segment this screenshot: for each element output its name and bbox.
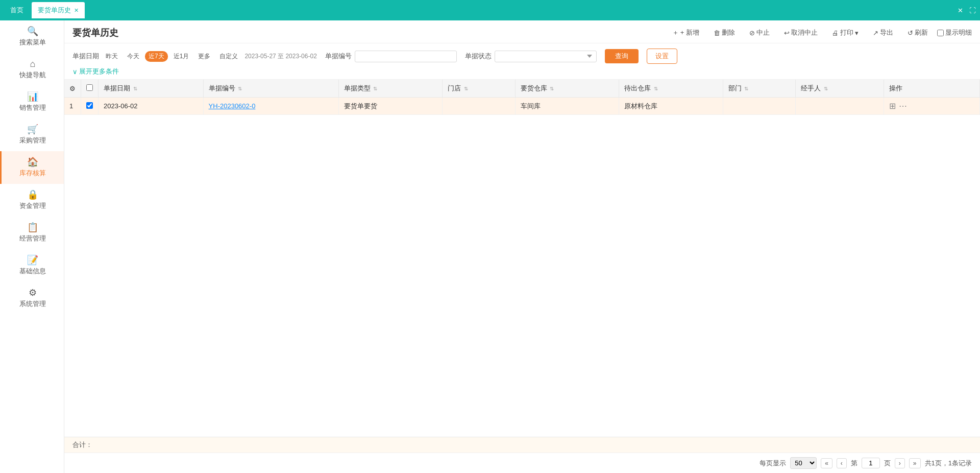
td-store — [443, 98, 515, 115]
table-body: 1 2023-06-02 YH-20230602-0 要货单要货 车间库 原材料… — [64, 98, 980, 115]
tab-home[interactable]: 首页 — [4, 2, 30, 18]
date-filter-label: 单据日期 — [72, 52, 99, 61]
sort-number-icon[interactable]: ⇅ — [238, 86, 242, 91]
export-button[interactable]: ↗ 导出 — [868, 26, 898, 40]
td-type: 要货单要货 — [338, 98, 443, 115]
row-edit-icon[interactable]: ⊞ — [889, 101, 896, 111]
date-option-yesterday[interactable]: 昨天 — [102, 51, 121, 62]
home-icon: ⌂ — [30, 59, 36, 68]
page-last-button[interactable]: » — [909, 458, 921, 468]
sort-store-icon[interactable]: ⇅ — [464, 86, 468, 91]
export-icon: ↗ — [873, 29, 878, 37]
page-title: 要货单历史 — [72, 27, 118, 39]
per-page-select[interactable]: 50 10 20 100 — [790, 457, 817, 469]
tab-bar: 首页 要货单历史 ✕ — [4, 2, 958, 18]
refresh-button[interactable]: ↺ 刷新 — [902, 26, 933, 40]
doc-number-input[interactable] — [355, 51, 457, 62]
status-filter-group: 单据状态 — [465, 51, 597, 62]
delete-icon: 🗑 — [714, 29, 720, 37]
th-checkbox — [81, 80, 99, 98]
td-from-warehouse: 车间库 — [515, 98, 619, 115]
print-button[interactable]: 🖨 打印 ▾ — [827, 26, 864, 40]
search-icon: 🔍 — [27, 27, 38, 36]
top-bar-right: ✕ ⛶ — [958, 7, 976, 14]
filter-row: 单据日期 昨天 今天 近7天 近1月 更多 自定义 2023-05-27 至 2… — [72, 49, 972, 64]
select-all-checkbox[interactable] — [86, 84, 93, 91]
cancel-stop-button[interactable]: ↩ 取消中止 — [779, 26, 823, 40]
sort-type-icon[interactable]: ⇅ — [373, 86, 377, 91]
row-more-icon[interactable]: ⋯ — [899, 101, 907, 111]
filter-area: 单据日期 昨天 今天 近7天 近1月 更多 自定义 2023-05-27 至 2… — [64, 43, 980, 80]
sales-icon: 📊 — [27, 92, 38, 101]
sidebar-item-sales[interactable]: 📊 销售管理 — [0, 86, 64, 119]
page-number-input[interactable] — [862, 458, 880, 468]
print-dropdown-icon: ▾ — [855, 29, 859, 37]
toolbar: ＋ + 新增 🗑 删除 ⊘ 中止 ↩ 取消中止 🖨 打印 — [667, 26, 972, 40]
sort-date-icon[interactable]: ⇅ — [133, 86, 137, 91]
sidebar-item-inventory[interactable]: 🏠 库存核算 — [0, 151, 64, 184]
pagination-info: 共1页，1条记录 — [925, 459, 972, 468]
table-footer: 合计： — [64, 437, 980, 453]
th-handler: 经手人 ⇅ — [796, 80, 884, 98]
sidebar-item-finance[interactable]: 🔒 资金管理 — [0, 184, 64, 217]
tab-history[interactable]: 要货单历史 ✕ — [32, 2, 85, 18]
system-icon: ⚙ — [29, 288, 37, 297]
sidebar-item-operation[interactable]: 📋 经营管理 — [0, 217, 64, 249]
sort-to-warehouse-icon[interactable]: ⇅ — [654, 86, 658, 91]
sidebar-item-purchase[interactable]: 🛒 采购管理 — [0, 119, 64, 151]
th-store: 门店 ⇅ — [443, 80, 515, 98]
date-option-month1[interactable]: 近1月 — [170, 51, 193, 62]
th-to-warehouse: 待出仓库 ⇅ — [619, 80, 723, 98]
doc-number-filter-group: 单据编号 — [325, 51, 457, 62]
date-option-week7[interactable]: 近7天 — [145, 51, 168, 62]
base-icon: 📝 — [27, 255, 38, 265]
delete-button[interactable]: 🗑 删除 — [708, 26, 740, 40]
window-maximize-icon[interactable]: ⛶ — [969, 7, 976, 14]
date-option-more[interactable]: 更多 — [194, 51, 214, 62]
display-detail-toggle[interactable]: 显示明细 — [937, 28, 972, 37]
table-area: ⚙ 单据日期 ⇅ 单据编号 ⇅ 单据类型 — [64, 80, 980, 437]
display-detail-checkbox[interactable] — [937, 30, 944, 36]
expand-more-btn[interactable]: ∨ 展开更多条件 — [72, 67, 972, 76]
stop-button[interactable]: ⊘ 中止 — [744, 26, 775, 40]
footer-total-label: 合计： — [72, 440, 92, 450]
table-row: 1 2023-06-02 YH-20230602-0 要货单要货 车间库 原材料… — [64, 98, 980, 115]
sidebar-item-base[interactable]: 📝 基础信息 — [0, 249, 64, 282]
sidebar-item-quicknav[interactable]: ⌂ 快捷导航 — [0, 53, 64, 86]
sort-department-icon[interactable]: ⇅ — [744, 86, 748, 91]
th-department: 部门 ⇅ — [723, 80, 795, 98]
td-handler — [796, 98, 884, 115]
data-table: ⚙ 单据日期 ⇅ 单据编号 ⇅ 单据类型 — [64, 80, 980, 115]
td-to-warehouse: 原材料仓库 — [619, 98, 723, 115]
page-next-button[interactable]: › — [895, 458, 905, 468]
th-operation: 操作 — [884, 80, 979, 98]
sort-from-warehouse-icon[interactable]: ⇅ — [550, 86, 554, 91]
td-department — [723, 98, 795, 115]
row-checkbox[interactable] — [86, 102, 93, 109]
tab-close-icon[interactable]: ✕ — [74, 7, 79, 14]
page-label: 第 — [851, 459, 857, 468]
top-bar: 首页 要货单历史 ✕ ✕ ⛶ — [0, 0, 980, 20]
query-button[interactable]: 查询 — [605, 49, 639, 63]
stop-icon: ⊘ — [749, 29, 755, 37]
page-prev-button[interactable]: ‹ — [837, 458, 847, 468]
date-option-custom[interactable]: 自定义 — [216, 51, 241, 62]
purchase-icon: 🛒 — [27, 125, 38, 134]
status-select[interactable] — [495, 51, 597, 62]
new-button[interactable]: ＋ + 新增 — [667, 26, 704, 40]
td-number[interactable]: YH-20230602-0 — [203, 98, 338, 115]
date-option-today[interactable]: 今天 — [124, 51, 143, 62]
sort-handler-icon[interactable]: ⇅ — [824, 86, 828, 91]
th-settings[interactable]: ⚙ — [64, 80, 81, 98]
sidebar: 🔍 搜索菜单 ⌂ 快捷导航 📊 销售管理 🛒 采购管理 🏠 库存核算 🔒 资金管… — [0, 20, 64, 473]
sidebar-item-search[interactable]: 🔍 搜索菜单 — [0, 20, 64, 53]
table-header-row: ⚙ 单据日期 ⇅ 单据编号 ⇅ 单据类型 — [64, 80, 980, 98]
doc-number-link[interactable]: YH-20230602-0 — [209, 102, 256, 110]
td-operation: ⊞ ⋯ — [884, 98, 979, 115]
page-first-button[interactable]: « — [821, 458, 832, 468]
sidebar-item-system[interactable]: ⚙ 系统管理 — [0, 282, 64, 315]
th-from-warehouse: 要货仓库 ⇅ — [515, 80, 619, 98]
refresh-icon: ↺ — [908, 29, 913, 37]
window-close-icon[interactable]: ✕ — [958, 7, 963, 14]
settings-button[interactable]: 设置 — [647, 49, 677, 64]
